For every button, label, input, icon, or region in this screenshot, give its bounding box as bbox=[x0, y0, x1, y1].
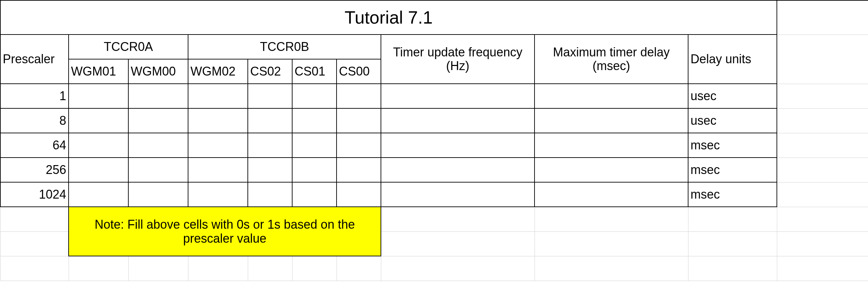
cell-cs00[interactable] bbox=[337, 84, 381, 108]
cell-wgm01[interactable] bbox=[69, 158, 128, 182]
empty-cell bbox=[0, 231, 69, 256]
cell-wgm01[interactable] bbox=[69, 84, 128, 108]
cell-wgm00[interactable] bbox=[128, 182, 188, 207]
header-cs02: CS02 bbox=[248, 59, 292, 84]
table-row: 1024 msec bbox=[0, 182, 868, 207]
page-title: Tutorial 7.1 bbox=[0, 0, 777, 35]
empty-cell bbox=[69, 256, 128, 281]
cell-wgm00[interactable] bbox=[128, 108, 188, 133]
cell-freq[interactable] bbox=[381, 182, 535, 207]
empty-cell bbox=[535, 256, 688, 281]
cell-cs01[interactable] bbox=[292, 133, 337, 158]
cell-cs02[interactable] bbox=[248, 108, 292, 133]
empty-cell bbox=[777, 35, 868, 84]
cell-prescaler[interactable]: 1 bbox=[0, 84, 69, 108]
cell-cs00[interactable] bbox=[337, 182, 381, 207]
empty-cell bbox=[535, 231, 688, 256]
header-tccr0a: TCCR0A bbox=[69, 35, 188, 59]
header-wgm02: WGM02 bbox=[188, 59, 248, 84]
header-tccr0b: TCCR0B bbox=[188, 35, 381, 59]
empty-cell bbox=[777, 108, 868, 133]
empty-cell bbox=[0, 207, 69, 231]
cell-prescaler[interactable]: 256 bbox=[0, 158, 69, 182]
cell-wgm00[interactable] bbox=[128, 158, 188, 182]
empty-cell bbox=[777, 182, 868, 207]
cell-prescaler[interactable]: 64 bbox=[0, 133, 69, 158]
empty-cell bbox=[777, 133, 868, 158]
cell-cs01[interactable] bbox=[292, 182, 337, 207]
cell-cs01[interactable] bbox=[292, 108, 337, 133]
empty-cell bbox=[777, 256, 868, 281]
empty-cell bbox=[381, 231, 535, 256]
table-row: 1 usec bbox=[0, 84, 868, 108]
cell-wgm02[interactable] bbox=[188, 133, 248, 158]
cell-units[interactable]: msec bbox=[688, 133, 777, 158]
cell-wgm01[interactable] bbox=[69, 182, 128, 207]
cell-cs01[interactable] bbox=[292, 84, 337, 108]
empty-cell bbox=[292, 256, 337, 281]
table-row: 256 msec bbox=[0, 158, 868, 182]
cell-freq[interactable] bbox=[381, 158, 535, 182]
empty-cell bbox=[128, 256, 188, 281]
cell-freq[interactable] bbox=[381, 108, 535, 133]
cell-wgm02[interactable] bbox=[188, 84, 248, 108]
table-row: 64 msec bbox=[0, 133, 868, 158]
cell-freq[interactable] bbox=[381, 133, 535, 158]
cell-units[interactable]: usec bbox=[688, 84, 777, 108]
empty-cell bbox=[0, 256, 69, 281]
empty-cell bbox=[381, 207, 535, 231]
cell-units[interactable]: msec bbox=[688, 182, 777, 207]
worksheet-table: Tutorial 7.1 Prescaler TCCR0A TCCR0B Tim… bbox=[0, 0, 868, 281]
cell-prescaler[interactable]: 1024 bbox=[0, 182, 69, 207]
empty-cell bbox=[337, 256, 381, 281]
cell-wgm01[interactable] bbox=[69, 108, 128, 133]
empty-cell bbox=[777, 84, 868, 108]
cell-max[interactable] bbox=[535, 84, 688, 108]
header-wgm00: WGM00 bbox=[128, 59, 188, 84]
empty-cell bbox=[777, 207, 868, 231]
cell-wgm02[interactable] bbox=[188, 182, 248, 207]
cell-max[interactable] bbox=[535, 182, 688, 207]
cell-cs02[interactable] bbox=[248, 133, 292, 158]
header-max-delay: Maximum timer delay (msec) bbox=[535, 35, 688, 84]
cell-prescaler[interactable]: 8 bbox=[0, 108, 69, 133]
cell-units[interactable]: usec bbox=[688, 108, 777, 133]
cell-cs02[interactable] bbox=[248, 84, 292, 108]
cell-max[interactable] bbox=[535, 133, 688, 158]
header-wgm01: WGM01 bbox=[69, 59, 128, 84]
header-cs01: CS01 bbox=[292, 59, 337, 84]
header-frequency: Timer update frequency (Hz) bbox=[381, 35, 535, 84]
cell-cs01[interactable] bbox=[292, 158, 337, 182]
header-delay-units: Delay units bbox=[688, 35, 777, 84]
empty-cell bbox=[188, 256, 248, 281]
cell-wgm00[interactable] bbox=[128, 84, 188, 108]
note-cell: Note: Fill above cells with 0s or 1s bas… bbox=[69, 207, 381, 256]
empty-cell bbox=[777, 158, 868, 182]
cell-cs02[interactable] bbox=[248, 158, 292, 182]
header-prescaler: Prescaler bbox=[0, 35, 69, 84]
empty-cell bbox=[777, 231, 868, 256]
cell-wgm00[interactable] bbox=[128, 133, 188, 158]
empty-cell bbox=[688, 207, 777, 231]
cell-max[interactable] bbox=[535, 158, 688, 182]
cell-cs00[interactable] bbox=[337, 158, 381, 182]
cell-wgm02[interactable] bbox=[188, 158, 248, 182]
empty-cell bbox=[248, 256, 292, 281]
cell-wgm02[interactable] bbox=[188, 108, 248, 133]
empty-cell bbox=[688, 256, 777, 281]
cell-wgm01[interactable] bbox=[69, 133, 128, 158]
empty-cell bbox=[777, 0, 868, 35]
table-row: 8 usec bbox=[0, 108, 868, 133]
header-cs00: CS00 bbox=[337, 59, 381, 84]
cell-max[interactable] bbox=[535, 108, 688, 133]
empty-cell bbox=[381, 256, 535, 281]
cell-cs02[interactable] bbox=[248, 182, 292, 207]
cell-cs00[interactable] bbox=[337, 108, 381, 133]
empty-cell bbox=[535, 207, 688, 231]
cell-freq[interactable] bbox=[381, 84, 535, 108]
cell-units[interactable]: msec bbox=[688, 158, 777, 182]
empty-cell bbox=[688, 231, 777, 256]
cell-cs00[interactable] bbox=[337, 133, 381, 158]
